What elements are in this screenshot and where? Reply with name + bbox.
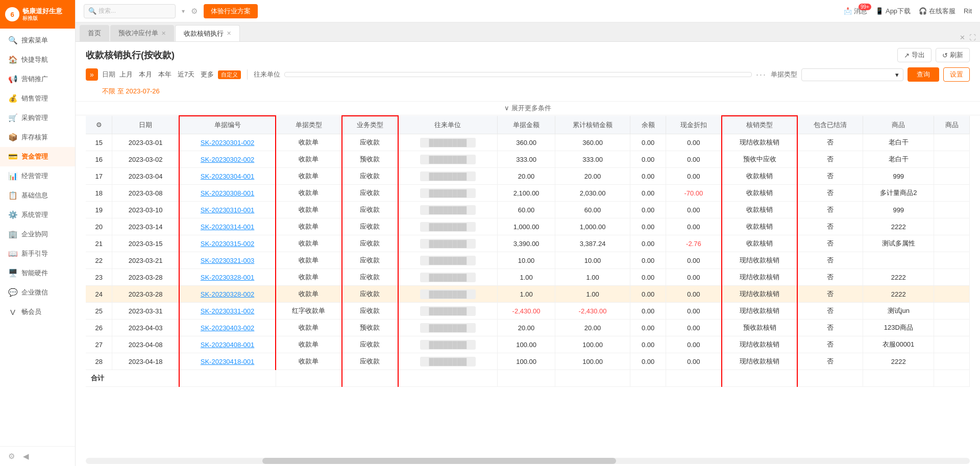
col-product1[interactable]: 商品: [863, 116, 934, 134]
app-download[interactable]: 📱 App下载: [875, 7, 911, 16]
scrollbar[interactable]: [86, 458, 970, 464]
col-cancel-type[interactable]: 核销类型: [722, 116, 798, 134]
cell-balance: 0.00: [630, 286, 666, 303]
tab-expand-icon[interactable]: ⛶: [969, 34, 976, 41]
col-settled[interactable]: 包含已结清: [797, 116, 863, 134]
filter-this-month[interactable]: 本月: [137, 69, 154, 80]
filter-more[interactable]: 更多: [199, 69, 216, 80]
sidebar-item-sales[interactable]: 💰 销售管理: [0, 89, 75, 108]
bill-no-link[interactable]: SK-20230304-001: [201, 173, 255, 180]
refresh-btn[interactable]: ↺ 刷新: [936, 48, 970, 62]
filter-bill-type-select[interactable]: ▾: [801, 68, 903, 81]
col-discount[interactable]: 现金折扣: [666, 116, 722, 134]
col-bill-type[interactable]: 单据类型: [276, 116, 341, 134]
footer-settled: [797, 370, 863, 387]
bill-no-link[interactable]: SK-20230314-001: [201, 223, 255, 231]
sidebar-item-inventory[interactable]: 📦 库存核算: [0, 128, 75, 147]
table-row: 18 2023-03-08 SK-20230308-001 收款单 应收款 ██…: [86, 185, 970, 202]
page-title: 收款核销执行(按收款): [86, 49, 175, 61]
topbar-gear-icon[interactable]: ⚙: [191, 7, 198, 16]
filter-unit-label: 往来单位: [254, 70, 280, 79]
filter-unit-input[interactable]: [284, 72, 752, 77]
expand-bar[interactable]: ∨ 展开更多条件: [76, 101, 980, 115]
sidebar-item-guide[interactable]: 📖 新手引导: [0, 244, 75, 263]
col-product2[interactable]: 商品: [934, 116, 970, 134]
sidebar-item-basic[interactable]: 📋 基础信息: [0, 186, 75, 205]
sidebar-item-system[interactable]: ⚙️ 系统管理: [0, 205, 75, 225]
message-count: 99+: [859, 4, 871, 10]
bill-no-link[interactable]: SK-20230308-001: [201, 189, 255, 197]
filter-last-month[interactable]: 上月: [117, 69, 135, 80]
bill-no-link[interactable]: SK-20230403-002: [201, 324, 255, 332]
sidebar-item-hardware[interactable]: 🖥️ 智能硬件: [0, 263, 75, 283]
col-unit[interactable]: 往来单位: [398, 116, 498, 134]
col-biz-type[interactable]: 业务类型: [342, 116, 398, 134]
tab-prepay[interactable]: 预收冲应付单 ✕: [110, 25, 174, 41]
online-service[interactable]: 🎧 在线客服: [919, 7, 955, 16]
bill-no-link[interactable]: SK-20230321-003: [201, 257, 255, 264]
bill-no-link[interactable]: SK-20230315-002: [201, 240, 255, 248]
footer-amount: [498, 370, 555, 387]
sidebar-item-member[interactable]: V 畅会员: [0, 302, 75, 322]
expand-label: 展开更多条件: [511, 104, 551, 112]
col-accum[interactable]: 累计核销金额: [555, 116, 630, 134]
collapse-icon[interactable]: ◀: [23, 452, 29, 461]
sidebar-item-finance[interactable]: 💳 资金管理: [0, 147, 75, 166]
footer-discount: [666, 370, 722, 387]
sidebar-item-operation[interactable]: 📊 经营管理: [0, 166, 75, 186]
filter-7days[interactable]: 近7天: [176, 69, 197, 80]
bill-no-link[interactable]: SK-20230331-002: [201, 307, 255, 315]
bill-no-link[interactable]: SK-20230418-001: [201, 358, 255, 365]
sidebar-item-marketing[interactable]: 📢 营销推广: [0, 69, 75, 89]
sidebar-item-search[interactable]: 🔍 搜索菜单: [0, 31, 75, 50]
cell-discount: 0.00: [666, 252, 722, 269]
tab-cancel-close[interactable]: ✕: [227, 30, 231, 37]
filter-this-year[interactable]: 本年: [156, 69, 174, 80]
cell-product2: [934, 336, 970, 353]
bill-no-link[interactable]: SK-20230301-002: [201, 139, 255, 146]
topbar-search[interactable]: 🔍 搜索...: [84, 4, 176, 18]
col-balance[interactable]: 余额: [630, 116, 666, 134]
cell-biz-type: 应收款: [342, 218, 398, 235]
cell-biz-type: 应收款: [342, 235, 398, 252]
bill-no-link[interactable]: SK-20230328-002: [201, 290, 255, 298]
bill-no-link[interactable]: SK-20230328-001: [201, 274, 255, 281]
filter-toggle-btn[interactable]: »: [86, 68, 98, 81]
col-date[interactable]: 日期: [112, 116, 179, 134]
sidebar-item-purchase[interactable]: 🛒 采购管理: [0, 108, 75, 128]
sidebar-item-wechat[interactable]: 💬 企业微信: [0, 283, 75, 302]
filter-custom-btn[interactable]: 自定义: [218, 70, 241, 79]
filter-setting-btn[interactable]: 设置: [943, 67, 970, 82]
tab-prepay-close[interactable]: ✕: [161, 30, 166, 37]
industry-btn[interactable]: 体验行业方案: [204, 4, 258, 18]
user-name[interactable]: Rit: [964, 7, 972, 15]
cell-settled: 否: [797, 286, 863, 303]
message-badge[interactable]: 📩 消息 99+: [844, 7, 867, 16]
bill-no-link[interactable]: SK-20230310-001: [201, 206, 255, 214]
export-btn[interactable]: ↗ 导出: [897, 48, 932, 62]
sidebar-item-corp[interactable]: 🏢 企业协同: [0, 225, 75, 244]
col-bill-no[interactable]: 单据编号: [179, 116, 276, 134]
tab-home[interactable]: 首页: [80, 25, 109, 41]
logo-icon: 6: [5, 7, 19, 21]
tab-cancel[interactable]: 收款核销执行 ✕: [175, 25, 240, 41]
cell-bill-type: 收款单: [276, 134, 341, 151]
settings-icon[interactable]: ⚙: [8, 452, 15, 461]
bill-no-link[interactable]: SK-20230302-002: [201, 156, 255, 163]
cell-discount: 0.00: [666, 168, 722, 185]
sidebar-label-corp: 企业协同: [21, 230, 48, 239]
col-gear: ⚙: [86, 116, 112, 134]
cell-accum: 360.00: [555, 134, 630, 151]
cell-bill-no: SK-20230315-002: [179, 235, 276, 252]
chevron-down-icon: ▾: [895, 71, 899, 79]
col-amount[interactable]: 单据金额: [498, 116, 555, 134]
topbar: 🔍 搜索... ▾ ⚙ 体验行业方案 📩 消息 99+ 📱 App下载 🎧 在线…: [76, 0, 980, 22]
tab-close-all-icon[interactable]: ✕: [960, 34, 965, 41]
query-btn[interactable]: 查询: [908, 67, 939, 82]
cell-num: 17: [86, 168, 112, 185]
cell-balance: 0.00: [630, 336, 666, 353]
sidebar-item-quick[interactable]: 🏠 快捷导航: [0, 50, 75, 69]
message-icon: 📩: [844, 7, 852, 15]
cell-product1: 测试jun: [863, 303, 934, 320]
bill-no-link[interactable]: SK-20230408-001: [201, 341, 255, 349]
